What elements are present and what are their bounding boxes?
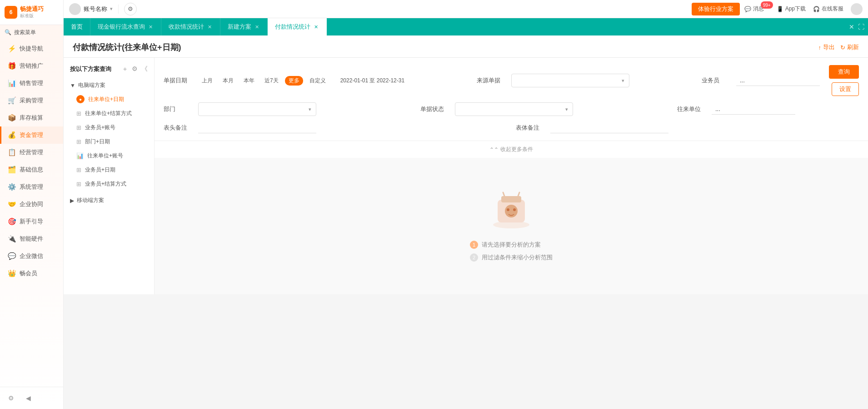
empty-state: 1 请先选择要分析的方案 2 用过滤条件来缩小分析范围 [155, 158, 868, 294]
collapse-more-btn[interactable]: ⌃⌃ 收起更多条件 [489, 146, 533, 153]
tab-newplan[interactable]: 新建方案 ✕ [220, 18, 268, 35]
sidebar-item-newbie[interactable]: 🎯新手引导 [0, 213, 63, 230]
date-last-7days[interactable]: 近7天 [261, 76, 282, 86]
partner-input[interactable] [712, 104, 795, 115]
tab-receivable[interactable]: 收款情况统计 ✕ [161, 18, 220, 35]
settings-footer-btn[interactable]: ⚙ [5, 392, 17, 404]
tab-paystat[interactable]: 付款情况统计 ✕ [268, 18, 327, 35]
app-label: App下载 [785, 5, 806, 13]
filter-right-area: 单据日期 上月 本月 本年 近7天 更多 自定义 2022-01-01 至 20… [155, 58, 868, 294]
plan-item-partner-account[interactable]: 📊往来单位+账号 [64, 149, 154, 163]
date-more[interactable]: 更多 [285, 76, 303, 86]
collapse-panel-btn[interactable]: 《 [141, 65, 148, 73]
plan-settings-btn[interactable]: ⚙ [132, 65, 138, 73]
app-download-btn[interactable]: 📱 App下载 [777, 5, 806, 13]
nav-icon-basic: 🗂️ [8, 166, 16, 174]
agent-input[interactable] [736, 75, 820, 86]
plan-item-agent-date[interactable]: ⊞业务员+日期 [64, 163, 154, 177]
cashflow-tab-close[interactable]: ✕ [148, 23, 154, 31]
sidebar-item-hardware[interactable]: 🔌智能硬件 [0, 230, 63, 247]
sidebar-item-capital[interactable]: 💰资金管理 [0, 126, 63, 144]
sidebar-item-marketing[interactable]: 🎁营销推广 [0, 57, 63, 75]
plan-item-partner-date[interactable]: ●往来单位+日期 [64, 92, 154, 106]
mobile-section-header[interactable]: ▶ 移动端方案 [64, 194, 154, 207]
sidebar-item-enterprise[interactable]: 🤝企业协同 [0, 196, 63, 213]
brand-name: 畅捷通巧 [20, 5, 44, 13]
panel-actions: ＋ ⚙ 《 [122, 65, 148, 73]
sidebar-item-weixin[interactable]: 💬企业微信 [0, 247, 63, 265]
nav-label-capital: 资金管理 [20, 131, 43, 139]
empty-steps: 1 请先选择要分析的方案 2 用过滤条件来缩小分析范围 [470, 241, 553, 266]
tab-bar: 首页 现金银行流水查询 ✕ 收款情况统计 ✕ 新建方案 ✕ 付款情况统计 ✕ ✕… [64, 18, 868, 35]
panel-title-row: 按以下方案查询 ＋ ⚙ 《 [64, 62, 154, 76]
close-tab-btn[interactable]: ✕ [849, 23, 854, 30]
add-plan-btn[interactable]: ＋ [122, 65, 128, 73]
date-custom[interactable]: 自定义 [306, 76, 329, 86]
account-avatar [69, 3, 81, 15]
dept-select[interactable]: ▾ [198, 102, 316, 116]
nav-label-marketing: 营销推广 [20, 62, 43, 70]
nav-icon-member: 👑 [8, 269, 16, 278]
sidebar-item-system[interactable]: ⚙️系统管理 [0, 178, 63, 196]
export-btn[interactable]: ↑ 导出 [818, 43, 835, 51]
tab-home[interactable]: 首页 [64, 18, 90, 35]
plan-item-agent-settle[interactable]: ⊞业务员+结算方式 [64, 177, 154, 191]
settings-btn[interactable]: 设置 [832, 82, 859, 96]
refresh-btn[interactable]: ↻ 刷新 [840, 43, 859, 51]
sidebar-item-basic[interactable]: 🗂️基础信息 [0, 161, 63, 178]
desktop-section-header[interactable]: ▼ 电脑端方案 [64, 79, 154, 92]
message-btn[interactable]: 💬 消息 99+ [744, 5, 769, 13]
cashflow-tab-label: 现金银行流水查询 [98, 23, 145, 31]
step-2-text: 用过滤条件来缩小分析范围 [482, 253, 553, 262]
refresh-label: 刷新 [847, 43, 859, 51]
sidebar-header: 6 畅捷通巧 标准版 [0, 0, 63, 25]
query-btn[interactable]: 查询 [829, 65, 859, 79]
plan-item-dept-date[interactable]: ⊞部门+日期 [64, 135, 154, 149]
dept-label: 部门 [164, 105, 189, 113]
header-settings-btn[interactable]: ⚙ [124, 3, 137, 15]
sidebar-item-purchase[interactable]: 🛒采购管理 [0, 92, 63, 109]
main-area: 账号名称 ▾ ⚙ 体验行业方案 💬 消息 99+ 📱 App下载 🎧 在线 [64, 0, 868, 409]
date-last-month[interactable]: 上月 [198, 76, 216, 86]
sidebar-item-sales[interactable]: 📊销售管理 [0, 75, 63, 92]
sidebar-item-member[interactable]: 👑畅会员 [0, 265, 63, 282]
newplan-tab-close[interactable]: ✕ [254, 23, 260, 31]
page-header: 付款情况统计(往来单位+日期) ↑ 导出 ↻ 刷新 [64, 35, 868, 58]
nav-label-hardware: 智能硬件 [20, 235, 43, 243]
collapse-sidebar-btn[interactable]: ◀ [22, 392, 35, 404]
date-this-year[interactable]: 本年 [240, 76, 258, 86]
nav-icon-quick-nav: ⚡ [8, 45, 16, 53]
sidebar-item-operation[interactable]: 📋经营管理 [0, 144, 63, 161]
plan-icon-agent-account: ⊞ [76, 124, 81, 131]
tab-cashflow[interactable]: 现金银行流水查询 ✕ [90, 18, 161, 35]
search-menu[interactable]: 🔍 搜索菜单 [0, 25, 63, 40]
page-content: 付款情况统计(往来单位+日期) ↑ 导出 ↻ 刷新 按 [64, 35, 868, 409]
svg-point-5 [513, 208, 516, 211]
plan-item-agent-account[interactable]: ⊞业务员+账号 [64, 121, 154, 135]
sidebar-item-inventory[interactable]: 📦库存核算 [0, 109, 63, 126]
home-tab-label: 首页 [71, 23, 83, 31]
paystat-tab-close[interactable]: ✕ [313, 23, 319, 31]
svg-point-4 [507, 208, 509, 211]
status-select[interactable]: ▾ [455, 102, 573, 116]
date-this-month[interactable]: 本月 [219, 76, 237, 86]
service-btn[interactable]: 🎧 在线客服 [813, 5, 843, 13]
account-chevron-icon[interactable]: ▾ [110, 6, 113, 12]
body-note-input[interactable] [550, 122, 668, 133]
trial-btn[interactable]: 体验行业方案 [692, 3, 740, 15]
maximize-tab-btn[interactable]: ⛶ [858, 23, 864, 30]
receivable-tab-label: 收款情况统计 [169, 23, 204, 31]
nav-label-enterprise: 企业协同 [20, 200, 43, 208]
date-label: 单据日期 [164, 76, 189, 85]
plan-icon-partner-settle: ⊞ [76, 110, 81, 117]
tab-actions: ✕ ⛶ [845, 18, 868, 35]
plan-item-partner-settle[interactable]: ⊞往来单位+结算方式 [64, 106, 154, 121]
source-select[interactable]: ▾ [511, 74, 629, 87]
nav-icon-weixin: 💬 [8, 252, 16, 260]
user-avatar[interactable] [851, 3, 863, 15]
nav-icon-newbie: 🎯 [8, 217, 16, 226]
receivable-tab-close[interactable]: ✕ [207, 23, 213, 31]
date-range-wrapper: 2022-01-01 至 2022-12-31 [340, 77, 404, 85]
sidebar-item-quick-nav[interactable]: ⚡快捷导航 [0, 40, 63, 57]
header-note-input[interactable] [198, 122, 316, 133]
